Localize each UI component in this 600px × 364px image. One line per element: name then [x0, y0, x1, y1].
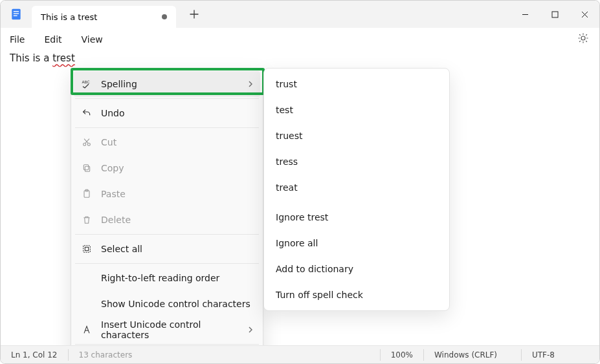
separator: [75, 263, 259, 264]
ignore-all-item[interactable]: Ignore all: [267, 230, 447, 256]
menu-label: Copy: [101, 163, 254, 173]
status-zoom[interactable]: 100%: [381, 350, 423, 359]
minimize-button[interactable]: [510, 1, 540, 28]
titlebar: This is a trest: [1, 1, 599, 28]
menu-label: Spelling: [101, 79, 239, 89]
menu-label: Show Unicode control characters: [101, 299, 254, 309]
spelling-icon: ABC: [80, 78, 93, 90]
separator: [75, 344, 259, 345]
menu-label: Turn off spell check: [276, 290, 363, 300]
menu-file[interactable]: File: [10, 34, 25, 45]
menu-label: Ignore trest: [276, 212, 328, 222]
suggestion-label: truest: [276, 131, 303, 141]
menu-select-all[interactable]: Select all: [74, 236, 260, 262]
menu-label: Delete: [101, 215, 254, 225]
window-controls: [510, 1, 599, 28]
cut-icon: [80, 137, 93, 147]
menu-paste: Paste: [74, 181, 260, 207]
menu-rtl[interactable]: Right-to-left reading order: [74, 265, 260, 291]
suggestion-item[interactable]: truest: [267, 123, 447, 149]
svg-text:ABC: ABC: [82, 80, 90, 84]
tab-title: This is a trest: [41, 12, 97, 22]
tab[interactable]: This is a trest: [32, 6, 176, 28]
editor-content[interactable]: This is a trest: [10, 52, 75, 64]
editor-text-prefix: This is a: [10, 52, 52, 64]
chevron-right-icon: [247, 79, 254, 89]
app-icon: [1, 8, 32, 21]
modified-dot-icon: [162, 14, 167, 19]
svg-rect-3: [14, 16, 17, 16]
svg-rect-2: [14, 13, 19, 14]
svg-rect-4: [552, 12, 558, 17]
svg-rect-8: [85, 166, 89, 171]
menu-show-unicode[interactable]: Show Unicode control characters: [74, 291, 260, 317]
insert-icon: [80, 325, 93, 335]
suggestion-label: trust: [276, 79, 297, 89]
new-tab-button[interactable]: [181, 10, 207, 19]
menu-label: Ignore all: [276, 238, 318, 248]
svg-rect-13: [85, 247, 88, 250]
misspelled-word: trest: [52, 52, 75, 64]
menu-label: Paste: [101, 189, 254, 199]
suggestion-item[interactable]: tress: [267, 149, 447, 175]
svg-rect-1: [14, 11, 19, 12]
separator: [75, 127, 259, 128]
maximize-button[interactable]: [540, 1, 570, 28]
undo-icon: [80, 108, 93, 118]
spelling-submenu: trust test truest tress treat Ignore tre…: [263, 68, 450, 311]
close-button[interactable]: [570, 1, 599, 28]
suggestion-label: test: [276, 105, 293, 115]
svg-rect-12: [83, 246, 91, 253]
svg-rect-9: [83, 165, 88, 170]
settings-button[interactable]: [577, 32, 589, 46]
suggestion-item[interactable]: trust: [267, 71, 447, 97]
gear-icon: [577, 32, 589, 44]
menu-label: Undo: [101, 108, 254, 118]
menu-label: Add to dictionary: [276, 264, 353, 274]
suggestion-item[interactable]: test: [267, 97, 447, 123]
statusbar: Ln 1, Col 12 13 characters 100% Windows …: [1, 345, 599, 363]
add-to-dictionary-item[interactable]: Add to dictionary: [267, 256, 447, 282]
svg-rect-0: [12, 9, 20, 20]
suggestion-item[interactable]: treat: [267, 175, 447, 200]
menubar: File Edit View: [1, 28, 599, 51]
chevron-right-icon: [247, 325, 254, 335]
menu-cut: Cut: [74, 129, 260, 155]
suggestion-label: treat: [276, 182, 298, 193]
status-position[interactable]: Ln 1, Col 12: [1, 350, 68, 359]
menu-undo[interactable]: Undo: [74, 100, 260, 126]
status-encoding[interactable]: UTF-8: [522, 350, 599, 359]
menu-label: Cut: [101, 137, 254, 147]
menu-label: Select all: [101, 244, 254, 254]
menu-spelling[interactable]: ABC Spelling: [74, 71, 260, 97]
status-charcount: 13 characters: [69, 350, 143, 359]
delete-icon: [80, 215, 93, 225]
paste-icon: [80, 189, 93, 199]
status-eol[interactable]: Windows (CRLF): [424, 350, 521, 359]
menu-insert-unicode[interactable]: Insert Unicode control characters: [74, 317, 260, 343]
copy-icon: [80, 163, 93, 173]
menu-label: Right-to-left reading order: [101, 273, 254, 283]
turn-off-spellcheck-item[interactable]: Turn off spell check: [267, 282, 447, 308]
suggestion-label: tress: [276, 156, 298, 167]
menu-edit[interactable]: Edit: [44, 34, 61, 45]
ignore-word-item[interactable]: Ignore trest: [267, 204, 447, 230]
menu-view[interactable]: View: [82, 34, 103, 45]
context-menu: ABC Spelling Undo Cut Copy Paste Delete …: [71, 68, 263, 364]
select-all-icon: [80, 244, 93, 254]
separator: [75, 98, 259, 99]
menu-copy: Copy: [74, 155, 260, 181]
menu-label: Insert Unicode control characters: [101, 319, 239, 340]
separator: [75, 234, 259, 235]
menu-delete: Delete: [74, 207, 260, 233]
